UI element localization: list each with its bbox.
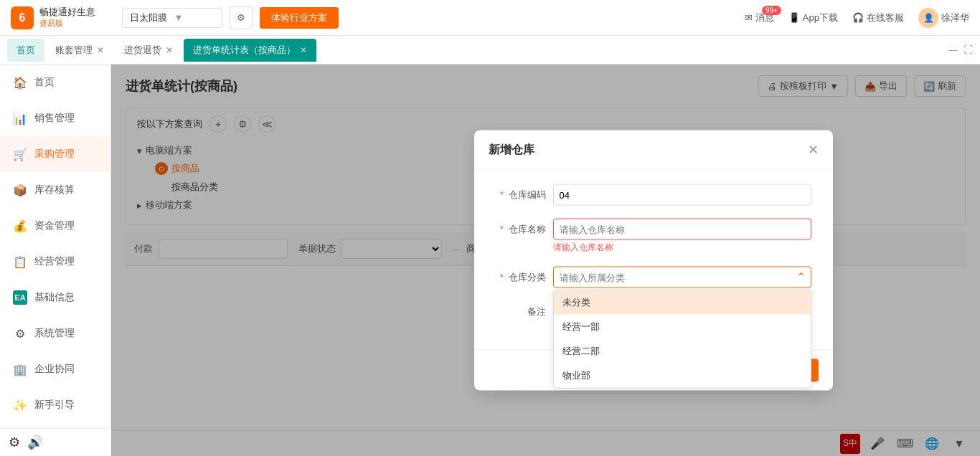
inventory-icon: 📦 [13,183,27,197]
online-service-label: 在线客服 [867,11,904,24]
modal-header: 新增仓库 ✕ [474,130,833,170]
online-service-button[interactable]: 🎧 在线客服 [852,11,904,24]
category-dropdown-icon[interactable]: ⌃ [796,270,806,284]
user-avatar: 👤 [918,8,938,28]
app-edition: 捷易版 [39,18,95,29]
notification-badge: 99+ [762,6,781,15]
tab-home[interactable]: 首页 [7,39,44,62]
sidebar-bottom: ⚙ 🔊 [0,428,111,456]
volume-icon[interactable]: 🔊 [27,434,43,450]
trial-industry-button[interactable]: 体验行业方案 [260,7,339,29]
sales-icon: 📊 [13,111,27,125]
message-icon: ✉ [745,12,753,23]
main-layout: 🏠 首页 📊 销售管理 🛒 采购管理 📦 库存核算 💰 资金管理 📋 经营管理 … [0,65,980,456]
purchase-icon: 🛒 [13,147,27,161]
sidebar-item-sales[interactable]: 📊 销售管理 [0,100,110,136]
warehouse-remark-label: 备注 [496,301,553,323]
warehouse-name-error: 请输入仓库名称 [553,242,811,254]
tab-actions: — ⛶ [948,44,973,55]
sidebar-inventory-label: 库存核算 [34,184,75,196]
warehouse-code-field: * 仓库编码 [496,184,811,206]
modal-body: * 仓库编码 * 仓库名称 [474,170,833,350]
user-profile-button[interactable]: 👤 徐泽华 [918,8,969,28]
sidebar-home-label: 首页 [34,76,55,89]
app-download-label: App下载 [803,11,838,24]
warehouse-code-label-text: 仓库编码 [509,189,546,200]
home-tab-label: 首页 [17,44,35,57]
app-icon: 📱 [788,12,800,23]
warehouse-category-field: * 仓库分类 ⌃ 未分类 经营一部 经营二部 物业部 [496,267,811,288]
sidebar: 🏠 首页 📊 销售管理 🛒 采购管理 📦 库存核算 💰 资金管理 📋 经营管理 … [0,65,111,456]
sidebar-item-purchase[interactable]: 🛒 采购管理 [0,136,110,172]
sidebar-enterprise-label: 企业协同 [34,363,75,376]
sidebar-item-finance[interactable]: 💰 资金管理 [0,208,110,244]
category-option-dept1[interactable]: 经营一部 [554,315,811,339]
home-icon: 🏠 [13,75,27,90]
warehouse-name-label-text: 仓库名称 [509,224,546,234]
category-option-property[interactable]: 物业部 [554,364,811,388]
username-label: 徐泽华 [941,11,969,24]
finance-icon: 💰 [13,219,27,233]
warehouse-category-row: * 仓库分类 ⌃ 未分类 经营一部 经营二部 物业部 [496,267,811,288]
required-star-name: * [500,224,504,234]
sidebar-purchase-label: 采购管理 [34,148,75,161]
tab-expand-icon[interactable]: ⛶ [963,44,973,55]
tab-bar: 首页 账套管理 ✕ 进货退货 ✕ 进货单统计表（按商品） ✕ — ⛶ [0,36,980,65]
sidebar-item-inventory[interactable]: 📦 库存核算 [0,172,110,208]
message-button[interactable]: ✉ 消息 99+ [745,11,774,24]
accounts-tab-close[interactable]: ✕ [97,45,104,55]
sidebar-item-operation[interactable]: 📋 经营管理 [0,244,110,280]
sidebar-item-system[interactable]: ⚙ 系统管理 [0,315,110,351]
required-star-category: * [500,272,504,282]
category-option-dept2[interactable]: 经营二部 [554,339,811,364]
purchase-stats-tab-close[interactable]: ✕ [300,45,307,55]
warehouse-name-row: * 仓库名称 请输入仓库名称 [496,219,811,254]
sidebar-basic-label: 基础信息 [34,291,75,304]
new-warehouse-modal: 新增仓库 ✕ * 仓库编码 [474,130,833,391]
category-option-none[interactable]: 未分类 [554,290,811,315]
warehouse-category-label: * 仓库分类 [496,267,553,288]
category-dropdown-list: 未分类 经营一部 经营二部 物业部 [553,290,811,389]
header-right: ✉ 消息 99+ 📱 App下载 🎧 在线客服 👤 徐泽华 [745,8,969,28]
warehouse-name-input-wrap: 请输入仓库名称 [553,219,811,254]
warehouse-code-row: * 仓库编码 [496,184,811,206]
warehouse-category-input-wrap: ⌃ 未分类 经营一部 经营二部 物业部 [553,267,811,288]
required-star-code: * [500,189,504,200]
app-download-button[interactable]: 📱 App下载 [788,11,838,24]
headset-icon: 🎧 [852,12,864,23]
tab-purchase-return[interactable]: 进货退货 ✕ [115,39,182,62]
tab-purchase-stats[interactable]: 进货单统计表（按商品） ✕ [184,39,316,62]
sidebar-item-home[interactable]: 🏠 首页 [0,65,110,100]
warehouse-remark-label-text: 备注 [527,306,546,317]
content-area: 进货单统计(按商品) 🖨 按模板打印 ▼ 📤 导出 🔄 刷新 [111,65,980,456]
accounts-tab-label: 账套管理 [55,44,93,57]
warehouse-name-input[interactable] [553,219,811,240]
sidebar-system-label: 系统管理 [34,327,75,340]
sidebar-item-basic[interactable]: EA 基础信息 [0,280,110,315]
sidebar-item-guide[interactable]: ✨ 新手引导 [0,387,110,423]
store-name: 日太阳膜 [130,11,171,24]
store-selector[interactable]: 日太阳膜 ▼ [122,8,222,28]
enterprise-icon: 🏢 [13,362,27,376]
sidebar-item-enterprise[interactable]: 🏢 企业协同 [0,351,110,387]
warehouse-name-field: * 仓库名称 请输入仓库名称 [496,219,811,254]
app-name: 畅捷通好生意 [39,6,95,19]
warehouse-code-input[interactable] [553,184,811,206]
warehouse-code-input-wrap [553,184,811,206]
warehouse-category-label-text: 仓库分类 [509,272,546,282]
settings-gear-button[interactable]: ⚙ [230,6,253,29]
header-middle: 日太阳膜 ▼ ⚙ 体验行业方案 [122,6,745,29]
tab-accounts[interactable]: 账套管理 ✕ [46,39,113,62]
purchase-return-tab-close[interactable]: ✕ [166,45,173,55]
system-icon: ⚙ [13,326,27,341]
sidebar-guide-label: 新手引导 [34,399,75,412]
tab-minimize-icon[interactable]: — [948,44,958,55]
settings-bottom-icon[interactable]: ⚙ [9,434,20,450]
purchase-return-tab-label: 进货退货 [124,44,161,57]
modal-close-button[interactable]: ✕ [808,142,819,158]
logo-area: 6 畅捷通好生意 捷易版 [11,6,122,29]
warehouse-category-input[interactable] [553,267,811,288]
app-logo-icon: 6 [11,6,34,29]
sidebar-operation-label: 经营管理 [34,255,75,268]
warehouse-code-label: * 仓库编码 [496,184,553,206]
